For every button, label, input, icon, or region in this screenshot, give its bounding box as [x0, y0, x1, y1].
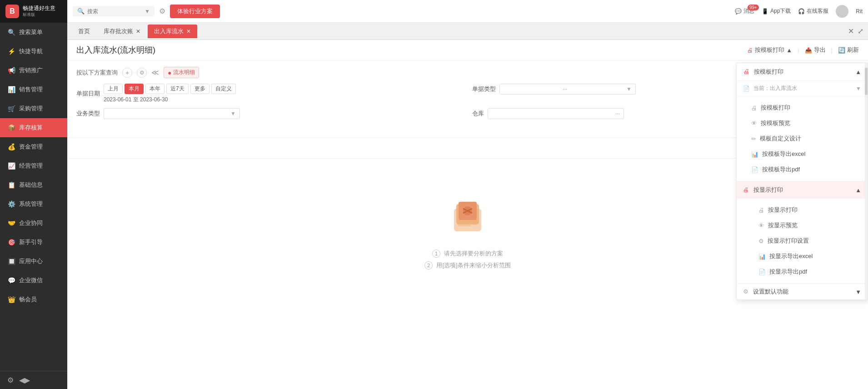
shortcut-icon: ⚡ [7, 48, 15, 55]
search-icon: 🔍 [77, 8, 85, 15]
app-label: App下载 [770, 7, 791, 15]
tab-label-home: 首页 [78, 27, 90, 35]
display-print-icon: 🖨 [743, 186, 749, 193]
tab-close-flow[interactable]: ✕ [186, 28, 191, 35]
page-actions: 🖨 按模板打印 ▲ | 📤 导出 | 🔄 刷新 [747, 46, 859, 54]
app-logo: B 畅捷通好生意 标准版 [0, 0, 67, 23]
sidebar-item-inventory[interactable]: 📦 库存核算 [0, 118, 67, 137]
sidebar-nav: 🔍 搜索菜单 ⚡ 快捷导航 📢 营销推广 📊 销售管理 🛒 采购管理 📦 库存核… [0, 23, 67, 371]
pdf-item-icon: 📄 [751, 166, 758, 173]
sidebar-item-guide[interactable]: 🎯 新手引导 [0, 233, 67, 252]
date-option-更多[interactable]: 更多 [190, 84, 210, 94]
sidebar-item-finance[interactable]: 💰 资金管理 [0, 137, 67, 156]
expand-tab-icon[interactable]: ⤢ [858, 27, 863, 35]
sidebar-item-label-guide: 新手引导 [19, 238, 43, 246]
dropdown-item-template-print[interactable]: 🖨 按模板打印 [737, 100, 868, 115]
warehouse-select[interactable]: ··· [488, 108, 624, 119]
topbar-search-box[interactable]: 🔍 ▼ [73, 6, 155, 16]
close-tab-icon[interactable]: ✕ [848, 27, 854, 35]
sidebar-item-label-search: 搜索菜单 [19, 28, 43, 36]
dropdown-header-title: 按模板打印 [754, 68, 783, 75]
search-dropdown-icon[interactable]: ▼ [145, 8, 150, 15]
sidebar-item-basic[interactable]: 📋 基础信息 [0, 175, 67, 194]
date-option-本月[interactable]: 本月 [125, 84, 144, 94]
filter-add-btn[interactable]: + [122, 68, 132, 78]
sidebar-item-cooperation[interactable]: 🤝 企业协同 [0, 214, 67, 233]
filter-settings-btn[interactable]: ⚙ [137, 68, 147, 78]
sidebar-item-apps[interactable]: 🔲 应用中心 [0, 252, 67, 271]
username[interactable]: Rit [856, 8, 863, 15]
dropdown-item-display-excel[interactable]: 📊 按显示导出excel [737, 249, 868, 264]
biz-type-select[interactable]: ▼ [104, 108, 240, 119]
service-btn[interactable]: 🎧 在线客服 [798, 7, 828, 15]
dropdown-item-template-custom[interactable]: ✏ 模板自定义设计 [737, 131, 868, 146]
disp-settings-icon: ⚙ [758, 238, 764, 244]
display-print-toggle[interactable]: 🖨 按显示打印 ▲ [737, 181, 868, 199]
dropdown-item-display-preview[interactable]: 👁 按显示预览 [737, 218, 868, 233]
step-2-text: 用[选项]条件来缩小分析范围 [436, 261, 510, 269]
sidebar-item-operation[interactable]: 📈 经营管理 [0, 156, 67, 175]
dropdown-item-template-pdf[interactable]: 📄 按模板导出pdf [737, 162, 868, 177]
date-option-上月[interactable]: 上月 [104, 84, 123, 94]
date-option-自定义[interactable]: 自定义 [211, 84, 236, 94]
sidebar-item-search[interactable]: 🔍 搜索菜单 [0, 23, 67, 42]
dropdown-header[interactable]: 🖨 按模板打印 ▲ [737, 63, 868, 81]
sidebar-item-label-wechat: 企业微信 [19, 276, 43, 284]
print-btn[interactable]: 🖨 按模板打印 ▲ [747, 46, 792, 54]
tab-flow[interactable]: 出入库流水✕ [148, 25, 197, 38]
dropdown-item-label: 按模板导出pdf [762, 165, 800, 174]
member-icon: 👑 [7, 296, 15, 303]
dropdown-item-display-print[interactable]: 🖨 按显示打印 [737, 202, 868, 218]
sidebar-item-sales[interactable]: 📊 销售管理 [0, 80, 67, 99]
dropdown-item-display-settings[interactable]: ⚙ 按显示打印设置 [737, 233, 868, 249]
dropdown-item-label: 按模板打印 [761, 104, 790, 112]
msg-btn[interactable]: 💬 消息 99+ [735, 7, 754, 15]
svg-rect-6 [458, 220, 478, 223]
topbar-gear-icon[interactable]: ⚙ [159, 7, 165, 15]
app-download-btn[interactable]: 📱 App下载 [762, 7, 791, 15]
export-btn[interactable]: 📤 导出 [805, 46, 826, 54]
dropdown-item-label: 按模板导出excel [762, 150, 805, 158]
service-icon: 🎧 [798, 8, 805, 15]
doc-type-label: 单据类型 [472, 85, 496, 93]
operation-icon: 📈 [7, 162, 15, 170]
dropdown-scrollbar[interactable] [865, 63, 868, 299]
sidebar-item-member[interactable]: 👑 畅会员 [0, 290, 67, 309]
sidebar-item-wechat[interactable]: 💬 企业微信 [0, 271, 67, 290]
logo-text: 畅捷通好生意 [23, 5, 55, 12]
basic-icon: 📋 [7, 181, 15, 189]
sidebar-item-marketing[interactable]: 📢 营销推广 [0, 61, 67, 80]
dropdown-item-template-preview[interactable]: 👁 按模板预览 [737, 115, 868, 131]
search-input[interactable] [87, 8, 142, 15]
apps-icon: 🔲 [7, 258, 15, 265]
sidebar-item-shortcut[interactable]: ⚡ 快捷导航 [0, 42, 67, 61]
filter-collapse-icon[interactable]: ≪ [151, 68, 159, 77]
tab-home[interactable]: 首页 [72, 25, 96, 38]
dropdown-template-icon: 📄 [743, 85, 750, 92]
settings-icon[interactable]: ⚙ [7, 376, 14, 384]
tab-batch[interactable]: 库存批次账✕ [97, 25, 147, 38]
user-avatar[interactable] [836, 5, 848, 18]
dropdown-footer[interactable]: ⚙ 设置默认功能 ▼ [737, 284, 868, 299]
dropdown-item-display-pdf[interactable]: 📄 按显示导出pdf [737, 264, 868, 279]
refresh-btn[interactable]: 🔄 刷新 [838, 46, 859, 54]
doc-type-select[interactable]: ··· ▼ [499, 84, 636, 95]
sidebar-item-purchase[interactable]: 🛒 采购管理 [0, 99, 67, 118]
date-option-本年[interactable]: 本年 [145, 84, 165, 94]
sidebar-item-label-member: 畅会员 [19, 295, 37, 304]
date-option-近7天[interactable]: 近7天 [166, 84, 189, 94]
trial-btn[interactable]: 体验行业方案 [170, 5, 220, 18]
dropdown-item-label: 按模板预览 [761, 119, 790, 127]
dropdown-item-label: 模板自定义设计 [760, 135, 801, 143]
dropdown-current-label: 当前：出入库流水 [753, 85, 797, 92]
page-title: 出入库流水(流水明细) [76, 45, 155, 55]
service-label: 在线客服 [807, 7, 828, 15]
tab-close-batch[interactable]: ✕ [136, 28, 140, 35]
template-print-section: 🖨 按模板打印 👁 按模板预览 ✏ 模板自定义设计 📊 按模板导出excel 📄 [737, 96, 868, 181]
page-header: 出入库流水(流水明细) 🖨 按模板打印 ▲ | 📤 导出 | 🔄 刷新 [67, 40, 868, 60]
custom-item-icon: ✏ [751, 135, 756, 142]
sidebar-item-system[interactable]: ⚙️ 系统管理 [0, 194, 67, 214]
print-item-icon: 🖨 [751, 105, 757, 111]
collapse-icon[interactable]: ◀▶ [19, 376, 30, 384]
dropdown-item-template-excel[interactable]: 📊 按模板导出excel [737, 146, 868, 162]
